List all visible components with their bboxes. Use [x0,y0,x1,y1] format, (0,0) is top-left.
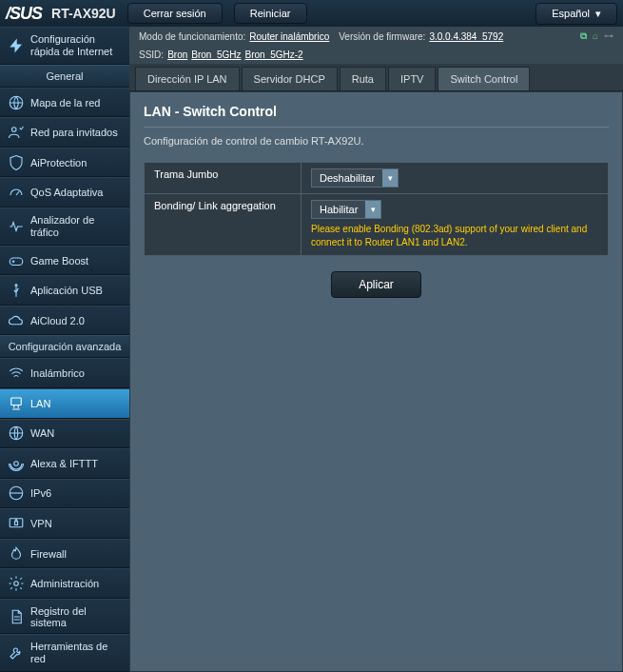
tab-lan-ip[interactable]: Dirección IP LAN [135,67,240,90]
globe-icon [8,94,25,111]
ssid1-link[interactable]: Bron [167,49,187,60]
content-area: LAN - Switch Control Configuración de co… [129,91,623,672]
gear-icon [8,575,25,592]
sidebar-item-qos[interactable]: QoS Adaptativa [0,177,129,208]
apply-button[interactable]: Aplicar [331,271,421,298]
ssid3-link[interactable]: Bron_5GHz-2 [245,49,303,60]
info-ssid-row: SSID: Bron Bron_5GHz Bron_5GHz-2 [129,46,623,64]
sidebar-item-vpn[interactable]: VPN [0,508,129,539]
lightning-icon [8,37,25,54]
bonding-dropdown[interactable]: Habilitar ▾ [311,200,381,219]
status-icon-2[interactable]: ⌂ [593,30,598,42]
voice-icon [8,455,25,472]
usb-status-icon[interactable]: ⊶ [604,30,613,42]
sidebar-item-wireless[interactable]: Inalámbrico [0,358,129,388]
cloud-icon [8,312,25,329]
model-label: RT-AX92U [51,6,116,21]
sidebar-section-general: General [0,65,129,88]
status-icon-1[interactable]: ⧉ [580,30,587,42]
sidebar-item-lan[interactable]: LAN [0,388,129,419]
logout-button[interactable]: Cerrar sesión [127,3,223,24]
sidebar-item-system-log[interactable]: Registro del sistema [0,599,129,634]
tab-route[interactable]: Ruta [340,67,386,90]
guest-icon [8,124,25,141]
bonding-label: Bonding/ Link aggregation [145,194,302,256]
svg-point-5 [14,462,19,466]
sidebar-item-ipv6[interactable]: IPv6 [0,479,129,509]
gamepad-icon [8,252,25,269]
svg-rect-8 [15,522,18,525]
tabs: Dirección IP LAN Servidor DHCP Ruta IPTV… [129,64,623,91]
svg-point-9 [14,582,19,586]
section-title: LAN - Switch Control [144,104,609,128]
tab-switch-control[interactable]: Switch Control [438,67,530,90]
sidebar-item-firewall[interactable]: Firewall [0,539,129,569]
chevron-down-icon: ▾ [365,201,380,218]
reboot-button[interactable]: Reiniciar [234,3,307,24]
chevron-down-icon: ▾ [382,169,398,187]
jumbo-frame-label: Trama Jumbo [145,163,302,194]
sidebar-item-aiprotection[interactable]: AiProtection [0,148,129,178]
svg-rect-3 [11,398,22,405]
sidebar-item-aicloud[interactable]: AiCloud 2.0 [0,306,129,336]
language-dropdown[interactable]: Español ▾ [535,3,617,25]
pulse-icon [8,218,25,235]
sidebar-item-guest-network[interactable]: Red para invitados [0,117,129,148]
gauge-icon [8,184,25,201]
main-panel: Modo de funcionamiento: Router inalámbri… [129,27,623,672]
firmware-link[interactable]: 3.0.0.4.384_5792 [429,31,503,42]
sidebar-item-wan[interactable]: WAN [0,419,129,449]
ssid2-link[interactable]: Bron_5GHz [191,49,241,60]
globe-grid-icon [8,425,25,442]
sidebar-item-network-tools[interactable]: Herramientas de red [0,634,129,672]
chevron-down-icon: ▾ [595,8,601,20]
sidebar: Configuración rápida de Internet General… [0,27,129,672]
info-mode-row: Modo de funcionamiento: Router inalámbri… [129,27,623,46]
flame-icon [8,545,25,563]
sidebar-item-usb-app[interactable]: Aplicación USB [0,275,129,306]
sidebar-item-administration[interactable]: Administración [0,568,129,599]
lan-icon [8,395,25,412]
globe-icon [8,484,25,502]
tab-iptv[interactable]: IPTV [388,67,436,90]
section-desc: Configuración de control de cambio RT-AX… [144,135,609,147]
mode-link[interactable]: Router inalámbrico [249,31,329,42]
sidebar-item-traffic-analyzer[interactable]: Analizador de tráfico [0,208,129,246]
tab-dhcp-server[interactable]: Servidor DHCP [242,67,338,90]
tools-icon [8,644,25,662]
usb-icon [8,282,25,299]
sidebar-item-network-map[interactable]: Mapa de la red [0,88,129,118]
lock-monitor-icon [8,515,25,532]
svg-rect-2 [10,258,23,266]
shield-icon [8,154,25,171]
jumbo-frame-dropdown[interactable]: Deshabilitar ▾ [311,168,399,188]
brand-logo: /SUS [6,4,42,24]
sidebar-item-alexa-ifttt[interactable]: Alexa & IFTTT [0,448,129,479]
wifi-icon [8,365,25,382]
bonding-hint: Please enable Bonding (802.3ad) support … [311,223,598,249]
sidebar-quick-setup[interactable]: Configuración rápida de Internet [0,27,129,65]
document-icon [8,608,25,625]
svg-point-1 [12,128,17,132]
settings-table: Trama Jumbo Deshabilitar ▾ Bonding/ Link… [144,162,609,256]
sidebar-item-game-boost[interactable]: Game Boost [0,246,129,276]
svg-rect-7 [10,519,23,527]
sidebar-section-advanced: Configuración avanzada [0,335,129,358]
topbar: /SUS RT-AX92U Cerrar sesión Reiniciar Es… [0,0,623,27]
